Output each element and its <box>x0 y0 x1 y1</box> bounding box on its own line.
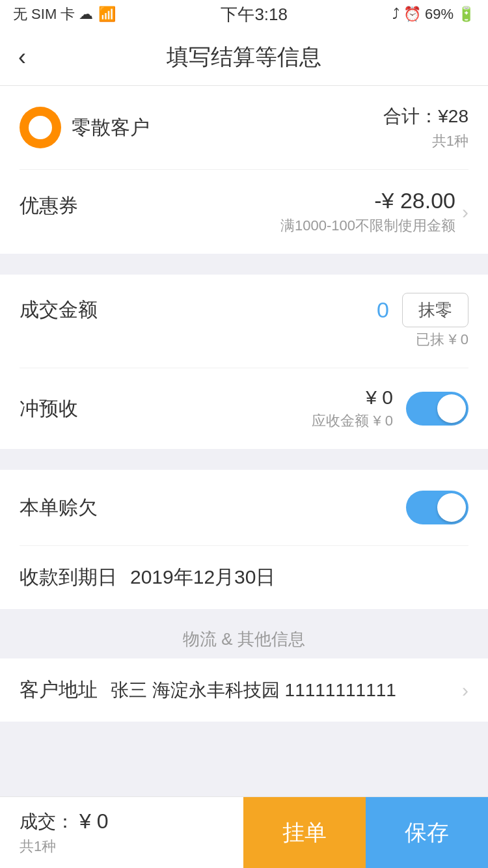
debt-row: 本单赊欠 <box>0 470 488 545</box>
transaction-card: 成交金额 0 抹零 已抹 ¥ 0 冲预收 ¥ 0 应收金额 ¥ 0 <box>0 275 488 449</box>
transaction-row: 成交金额 0 抹零 已抹 ¥ 0 <box>0 275 488 368</box>
avatar <box>20 107 61 148</box>
debt-label: 本单赊欠 <box>20 495 98 521</box>
customer-row: 零散客户 合计：¥28 共1种 <box>0 86 488 169</box>
sim-signal: 无 SIM 卡 ☁ <box>13 5 93 24</box>
page-title: 填写结算等信息 <box>167 42 321 72</box>
footer-info: 成交： ¥ 0 共1种 <box>0 797 243 868</box>
due-date-row: 收款到期日 2019年12月30日 <box>0 546 488 609</box>
status-left: 无 SIM 卡 ☁ 📶 <box>13 5 116 24</box>
wifi-icon: 📶 <box>98 6 116 23</box>
footer-count: 共1种 <box>20 837 224 856</box>
coupon-amount: -¥ 28.00 <box>280 188 455 213</box>
customer-card: 零散客户 合计：¥28 共1种 优惠券 -¥ 28.00 满1000-100不限… <box>0 86 488 254</box>
debt-card: 本单赊欠 收款到期日 2019年12月30日 <box>0 470 488 609</box>
status-time: 下午3:18 <box>221 3 288 26</box>
nav-bar: ‹ 填写结算等信息 <box>0 29 488 86</box>
transaction-main-row: 成交金额 0 抹零 <box>20 293 468 327</box>
hang-button[interactable]: 挂单 <box>243 797 366 868</box>
transaction-sub: 已抹 ¥ 0 <box>20 330 468 349</box>
battery-icon: 🔋 <box>457 6 475 23</box>
logistics-text: 物流 & 其他信息 <box>183 628 305 651</box>
round-zero-button[interactable]: 抹零 <box>402 293 468 327</box>
address-card: 客户地址 张三 海淀永丰科技园 11111111111 › <box>0 658 488 722</box>
section-divider-1 <box>0 264 488 275</box>
footer: 成交： ¥ 0 共1种 挂单 保存 <box>0 796 488 868</box>
transaction-right: 0 抹零 <box>377 293 468 327</box>
prepay-toggle[interactable] <box>406 392 468 426</box>
back-button[interactable]: ‹ <box>18 44 26 71</box>
prepay-right: ¥ 0 应收金额 ¥ 0 <box>312 387 468 431</box>
status-bar: 无 SIM 卡 ☁ 📶 下午3:18 ⤴ ⏰ 69% 🔋 <box>0 0 488 29</box>
coupon-label: 优惠券 <box>20 188 78 223</box>
footer-deal-label: 成交： <box>20 809 74 834</box>
due-date-label: 收款到期日 <box>20 564 117 591</box>
avatar-icon <box>29 116 52 139</box>
battery-level: 69% <box>425 6 454 23</box>
chevron-right-icon: › <box>462 201 468 223</box>
debt-toggle[interactable] <box>406 491 468 524</box>
coupon-right: -¥ 28.00 满1000-100不限制使用金额 › <box>280 188 468 236</box>
due-date-value: 2019年12月30日 <box>130 564 275 591</box>
transaction-label: 成交金额 <box>20 297 98 323</box>
save-button[interactable]: 保存 <box>366 797 488 868</box>
status-right: ⤴ ⏰ 69% 🔋 <box>392 6 475 23</box>
total-amount: 合计：¥28 <box>383 104 468 129</box>
prepay-sub: 应收金额 ¥ 0 <box>312 411 393 431</box>
address-value: 张三 海淀永丰科技园 11111111111 <box>111 678 462 703</box>
coupon-content: -¥ 28.00 满1000-100不限制使用金额 <box>280 188 455 236</box>
total-count: 共1种 <box>383 131 468 151</box>
coupon-row[interactable]: 优惠券 -¥ 28.00 满1000-100不限制使用金额 › <box>0 170 488 254</box>
customer-left: 零散客户 <box>20 107 150 148</box>
customer-right: 合计：¥28 共1种 <box>383 104 468 151</box>
prepay-label: 冲预收 <box>20 396 78 422</box>
address-label: 客户地址 <box>20 677 98 703</box>
prepay-amounts: ¥ 0 应收金额 ¥ 0 <box>312 387 393 431</box>
section-divider-2 <box>0 459 488 470</box>
footer-amount-row: 成交： ¥ 0 <box>20 809 224 834</box>
alarm-icon: ⏰ <box>403 6 421 23</box>
footer-deal-amount: ¥ 0 <box>79 809 108 834</box>
content-area: 零散客户 合计：¥28 共1种 优惠券 -¥ 28.00 满1000-100不限… <box>0 86 488 868</box>
transaction-value: 0 <box>377 297 389 323</box>
coupon-desc: 满1000-100不限制使用金额 <box>280 216 455 236</box>
prepay-row: 冲预收 ¥ 0 应收金额 ¥ 0 <box>0 368 488 449</box>
location-icon: ⤴ <box>392 6 400 23</box>
prepay-amount: ¥ 0 <box>312 387 393 409</box>
customer-name: 零散客户 <box>72 115 150 141</box>
address-chevron-icon: › <box>462 679 468 701</box>
debt-toggle-knob <box>437 493 466 522</box>
toggle-knob <box>437 394 466 423</box>
address-row[interactable]: 客户地址 张三 海淀永丰科技园 11111111111 › <box>0 658 488 722</box>
logistics-divider: 物流 & 其他信息 <box>0 619 488 658</box>
